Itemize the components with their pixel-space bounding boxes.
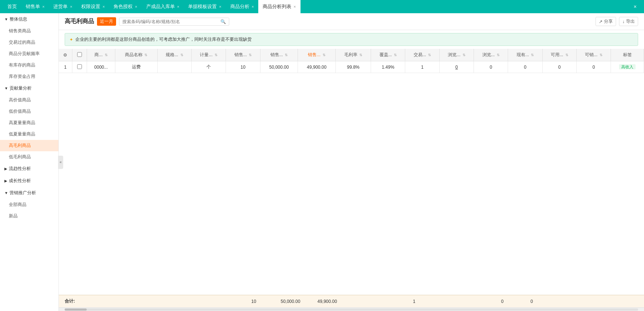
horizontal-scrollbar[interactable] (59, 307, 644, 311)
sort-icon[interactable]: ⇅ (600, 53, 602, 57)
close-icon[interactable]: × (70, 4, 72, 9)
cell-trade: 1 (405, 61, 439, 73)
close-icon[interactable]: × (102, 4, 105, 9)
sort-icon[interactable]: ⇅ (215, 53, 217, 57)
sidebar-item-high-value[interactable]: 高价值商品 (0, 94, 58, 106)
sidebar-item-high-margin[interactable]: 高毛利商品 (0, 140, 58, 151)
sort-icon[interactable]: ⇅ (105, 53, 108, 57)
scrollbar-track (65, 308, 638, 311)
total-available: 0 (530, 299, 560, 304)
cell-sales1: 10 (226, 61, 260, 73)
sort-icon[interactable]: ⇅ (565, 53, 568, 57)
sort-icon[interactable]: ⇅ (285, 53, 288, 57)
sort-icon[interactable]: ⇅ (497, 53, 500, 57)
chevron-right-icon: ▶ (4, 179, 7, 183)
nav-product-analysis-list[interactable]: 商品分析列表 × (258, 0, 300, 13)
col-header-unit: 计量... ⇅ (192, 49, 226, 61)
sidebar-group-overview[interactable]: ▼ 整体信息 (0, 13, 58, 25)
chevron-down-icon: ▼ (4, 17, 8, 21)
total-sales3: 49,900.00 (317, 299, 354, 304)
settings-icon[interactable]: ⚙ (63, 53, 67, 58)
nav-production-order[interactable]: 产成品入库单 × (142, 0, 184, 13)
nav-purchase-order[interactable]: 进货单 × (49, 0, 76, 13)
cell-name[interactable]: 运费 (115, 61, 157, 73)
info-icon: ✦ (69, 37, 73, 42)
sort-icon[interactable]: ⇅ (180, 53, 183, 57)
sidebar-group-marketing[interactable]: ▼ 营销推广分析 (0, 187, 58, 199)
sidebar-wrapper: ▼ 整体信息 销售类商品 交易过的商品 商品分贡献频率 有库存的商品 库存资金占… (0, 13, 59, 311)
search-box: 🔍 (119, 18, 229, 26)
close-icon[interactable]: × (135, 4, 137, 9)
nav-template-settings[interactable]: 单据模板设置 × (184, 0, 226, 13)
cell-tag: 高收入 (611, 61, 644, 73)
export-button[interactable]: ↓ 导出 (619, 17, 638, 26)
col-header-current: 现有... ⇅ (508, 49, 542, 61)
filter-period-button[interactable]: 近一月 (97, 17, 116, 26)
cell-gross-rate: 99.8% (335, 61, 371, 73)
cell-code[interactable]: 0000... (87, 61, 115, 73)
tag-badge[interactable]: 高收入 (619, 64, 636, 69)
total-sales1: 10 (251, 299, 281, 304)
sidebar-item-all-goods[interactable]: 全部商品 (0, 199, 58, 210)
sort-icon[interactable]: ⇅ (394, 53, 397, 57)
sort-icon[interactable]: ⇅ (249, 53, 252, 57)
total-current: 0 (501, 299, 530, 304)
cell-browse1: 0 (439, 61, 474, 73)
sort-icon[interactable]: ⇅ (531, 53, 534, 57)
sort-icon[interactable]: ⇅ (323, 53, 325, 57)
sidebar-item-inventory-capital[interactable]: 库存资金占用 (0, 71, 58, 82)
page-title: 高毛利商品 (65, 18, 94, 25)
sidebar-group-trend[interactable]: ▶ 流趋性分析 (0, 163, 58, 175)
search-icon[interactable]: 🔍 (220, 19, 226, 24)
search-input[interactable] (122, 19, 220, 24)
close-icon[interactable]: × (252, 4, 254, 9)
nav-role-auth[interactable]: 角色授权 × (109, 0, 141, 13)
select-all-checkbox[interactable] (77, 52, 82, 57)
sidebar-item-goods-contribution-rate[interactable]: 商品分贡献频率 (0, 48, 58, 59)
sidebar-collapse-button[interactable]: « (58, 156, 63, 169)
sidebar-group-contribution[interactable]: ▼ 贡献量分析 (0, 82, 58, 94)
col-header-available: 可用... ⇅ (542, 49, 576, 61)
sidebar-item-high-quantity[interactable]: 高夏量量商品 (0, 117, 58, 129)
sidebar-item-traded-goods[interactable]: 交易过的商品 (0, 37, 58, 48)
sidebar-item-stocked-goods[interactable]: 有库存的商品 (0, 59, 58, 71)
cell-browse2: 0 (474, 61, 508, 73)
window-close-button[interactable]: × (629, 4, 641, 10)
close-icon[interactable]: × (177, 4, 179, 9)
cell-spec (157, 61, 191, 73)
col-header-gross-rate: 毛利率 ⇅ (335, 49, 371, 61)
scrollbar-thumb[interactable] (65, 308, 87, 311)
total-trade: 1 (413, 299, 442, 304)
row-checkbox[interactable] (77, 64, 82, 69)
nav-permission-settings[interactable]: 权限设置 × (77, 0, 109, 13)
cell-sales2: 50,000.00 (260, 61, 298, 73)
share-button[interactable]: ↗ 分享 (596, 17, 616, 26)
col-header-name: 商品名称 ⇅ (115, 49, 157, 61)
sidebar-item-sales-goods[interactable]: 销售类商品 (0, 25, 58, 37)
close-icon[interactable]: × (219, 4, 221, 9)
chevron-right-icon: ▶ (4, 167, 7, 171)
sort-icon[interactable]: ⇅ (359, 53, 362, 57)
browse1-link[interactable]: 0 (456, 65, 458, 70)
col-header-sales3: 销售... ⇅ (298, 49, 336, 61)
nav-product-analysis[interactable]: 商品分析 × (226, 0, 258, 13)
col-header-sales1: 销售... ⇅ (226, 49, 260, 61)
col-header-checkbox (72, 49, 87, 61)
sort-icon[interactable]: ⇅ (463, 53, 465, 57)
nav-sales-order[interactable]: 销售单 × (21, 0, 49, 13)
sidebar-item-low-quantity[interactable]: 低夏量量商品 (0, 129, 58, 140)
total-sales2: 50,000.00 (281, 299, 317, 304)
cell-available: 0 (542, 61, 576, 73)
sidebar-item-low-margin[interactable]: 低毛利商品 (0, 151, 58, 163)
sidebar-item-low-value[interactable]: 低价值商品 (0, 106, 58, 117)
sort-icon[interactable]: ⇅ (428, 53, 431, 57)
sidebar-item-new-goods[interactable]: 新品 (0, 210, 58, 222)
sidebar-group-growth[interactable]: ▶ 成长性分析 (0, 175, 58, 187)
col-header-code: 商... ⇅ (87, 49, 115, 61)
chevron-down-icon: ▼ (4, 86, 8, 90)
nav-home[interactable]: 首页 (3, 0, 21, 13)
close-icon[interactable]: × (42, 4, 44, 9)
data-table-wrapper: ⚙ 商... ⇅ 商品名称 ⇅ (59, 49, 644, 295)
sort-icon[interactable]: ⇅ (144, 53, 147, 57)
close-icon[interactable]: × (294, 4, 296, 9)
